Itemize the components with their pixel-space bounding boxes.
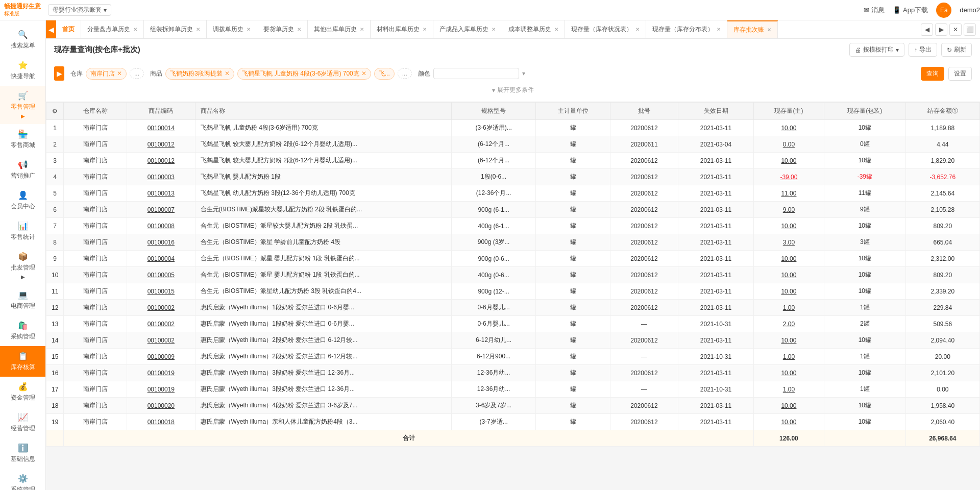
cell-qty-main[interactable]: 9.00 (753, 202, 824, 218)
tab-t7[interactable]: 产成品入库单历史 ✕ (433, 20, 502, 38)
cell-code[interactable]: 00100002 (127, 316, 195, 332)
filter-nav-btn[interactable]: ▶ (54, 66, 64, 81)
warehouse-tag-close[interactable]: ✕ (117, 70, 122, 77)
product-more[interactable]: ... (398, 68, 412, 79)
cell-qty-main[interactable]: 10.00 (753, 283, 824, 300)
warehouse-more[interactable]: ... (130, 68, 144, 79)
product-tag-1[interactable]: 飞鹤奶粉3段两提装 ✕ (165, 68, 234, 80)
product-tag-2[interactable]: 飞鹤星飞帆 儿童奶粉 4段(3-6岁适用) 700克 ✕ (237, 68, 371, 80)
th-settings[interactable]: ⚙ (46, 103, 64, 120)
export-btn[interactable]: ↑ 导出 (909, 43, 937, 57)
cell-code[interactable]: 00100009 (127, 349, 195, 365)
sidebar-item-inventory[interactable]: 📋 库存核算 (0, 346, 45, 377)
tab-t1[interactable]: 分量盘点单历史 ✕ (81, 20, 144, 38)
cell-qty-main[interactable]: 11.00 (753, 185, 824, 202)
cell-qty-main[interactable]: 10.00 (753, 365, 824, 381)
sidebar-item-marketing[interactable]: 📢 营销推广 (0, 155, 45, 185)
cell-code[interactable]: 00100002 (127, 332, 195, 349)
cell-code[interactable]: 00100018 (127, 414, 195, 430)
cell-qty-main[interactable]: 10.00 (753, 120, 824, 136)
cell-code[interactable]: 00100019 (127, 365, 195, 381)
sidebar-item-wholesale[interactable]: 📦 批发管理 ▶ (0, 247, 45, 285)
tab-prev-btn[interactable]: ◀ (46, 20, 56, 39)
cell-qty-main[interactable]: 2.00 (753, 316, 824, 332)
cell-code[interactable]: 00100008 (127, 218, 195, 234)
app-download-btn[interactable]: 📱 App下载 (893, 6, 928, 15)
tab-t10-close[interactable]: ✕ (717, 27, 721, 32)
product-tag-1-close[interactable]: ✕ (225, 70, 230, 77)
tab-t4[interactable]: 要货单历史 ✕ (257, 20, 308, 38)
sidebar-item-base[interactable]: ℹ️ 基础信息 (0, 438, 45, 469)
tab-t5-close[interactable]: ✕ (360, 27, 364, 32)
expand-more-btn[interactable]: ▾ 展开更多条件 (54, 84, 972, 96)
warehouse-tag[interactable]: 南岸门店 ✕ (86, 68, 127, 80)
cell-code[interactable]: 00100013 (127, 185, 195, 202)
message-btn[interactable]: ✉ 消息 (864, 6, 885, 15)
sidebar-item-stats[interactable]: 📊 零售统计 (0, 216, 45, 247)
cell-code[interactable]: 00100019 (127, 381, 195, 398)
tab-nav-left[interactable]: ◀ (921, 23, 933, 36)
cell-code[interactable]: 00100004 (127, 251, 195, 267)
sidebar-item-member[interactable]: 👤 会员中心 (0, 185, 45, 216)
sidebar-item-retail[interactable]: 🛒 零售管理 ▶ (0, 86, 45, 124)
sidebar-item-purchase[interactable]: 🛍️ 采购管理 (0, 315, 45, 346)
tab-t8-close[interactable]: ✕ (554, 27, 558, 32)
settings-btn[interactable]: 设置 (948, 67, 972, 81)
refresh-btn[interactable]: ↻ 刷新 (941, 43, 972, 57)
cell-code[interactable]: 00100020 (127, 398, 195, 414)
company-selector[interactable]: 母婴行业演示账套 ▾ (48, 4, 111, 16)
cell-qty-main[interactable]: 10.00 (753, 414, 824, 430)
tab-home[interactable]: 首页 (56, 20, 81, 38)
cell-qty-main[interactable]: 1.00 (753, 300, 824, 316)
cell-code[interactable]: 00100002 (127, 300, 195, 316)
tab-nav-right[interactable]: ▶ (935, 23, 947, 36)
tab-t5[interactable]: 其他出库单历史 ✕ (308, 20, 371, 38)
tab-t4-close[interactable]: ✕ (297, 27, 301, 32)
print-btn[interactable]: 🖨 按模板打印 ▾ (849, 43, 904, 57)
cell-code[interactable]: 00100015 (127, 283, 195, 300)
user-avatar[interactable]: Ea (936, 3, 951, 18)
tab-t10[interactable]: 现存量（库存分布表） ✕ (646, 20, 727, 38)
tab-t6-close[interactable]: ✕ (423, 27, 427, 32)
cell-qty-main[interactable]: -39.00 (753, 169, 824, 185)
tab-t3[interactable]: 调拨单历史 ✕ (207, 20, 257, 38)
tab-t11-close[interactable]: ✕ (767, 27, 771, 33)
tab-t9[interactable]: 现存量（库存状况表） ✕ (565, 20, 646, 38)
cell-code[interactable]: 00100012 (127, 153, 195, 169)
cell-code[interactable]: 00100007 (127, 202, 195, 218)
tab-t2[interactable]: 组装拆卸单历史 ✕ (144, 20, 207, 38)
cell-qty-main[interactable]: 3.00 (753, 234, 824, 251)
tab-t11[interactable]: 库存批次账 ✕ (727, 20, 778, 38)
tab-t7-close[interactable]: ✕ (492, 27, 496, 32)
cell-qty-main[interactable]: 10.00 (753, 218, 824, 234)
cell-qty-main[interactable]: 10.00 (753, 153, 824, 169)
sidebar-item-ops[interactable]: 📈 经营管理 (0, 407, 45, 438)
sidebar-item-shop[interactable]: 🏪 零售商城 (0, 124, 45, 155)
product-tag-more[interactable]: 飞... (374, 68, 395, 80)
sidebar-item-quick[interactable]: ⭐ 快捷导航 (0, 55, 45, 86)
color-input[interactable] (433, 68, 519, 79)
cell-code[interactable]: 00100014 (127, 120, 195, 136)
sidebar-item-search[interactable]: 🔍 搜索菜单 (0, 24, 45, 55)
cell-qty-main[interactable]: 10.00 (753, 251, 824, 267)
tab-t3-close[interactable]: ✕ (247, 27, 251, 32)
cell-qty-main[interactable]: 0.00 (753, 136, 824, 153)
product-tag-2-close[interactable]: ✕ (361, 70, 366, 77)
tab-maximize[interactable]: ⬜ (964, 23, 976, 36)
cell-qty-main[interactable]: 10.00 (753, 332, 824, 349)
sidebar-item-finance[interactable]: 💰 资金管理 (0, 377, 45, 407)
color-dropdown[interactable]: ▾ (522, 70, 525, 77)
sidebar-item-system[interactable]: ⚙️ 系统管理 (0, 469, 45, 490)
cell-qty-main[interactable]: 1.00 (753, 381, 824, 398)
cell-qty-main[interactable]: 1.00 (753, 349, 824, 365)
sidebar-item-ecom[interactable]: 💻 电商管理 (0, 285, 45, 315)
tab-t9-close[interactable]: ✕ (635, 27, 640, 32)
cell-code[interactable]: 00100012 (127, 136, 195, 153)
tab-t2-close[interactable]: ✕ (196, 27, 200, 32)
cell-qty-main[interactable]: 10.00 (753, 267, 824, 283)
cell-code[interactable]: 00100016 (127, 234, 195, 251)
cell-code[interactable]: 00100005 (127, 267, 195, 283)
cell-code[interactable]: 00100003 (127, 169, 195, 185)
cell-qty-main[interactable]: 10.00 (753, 398, 824, 414)
tab-t6[interactable]: 材料出库单历史 ✕ (371, 20, 433, 38)
